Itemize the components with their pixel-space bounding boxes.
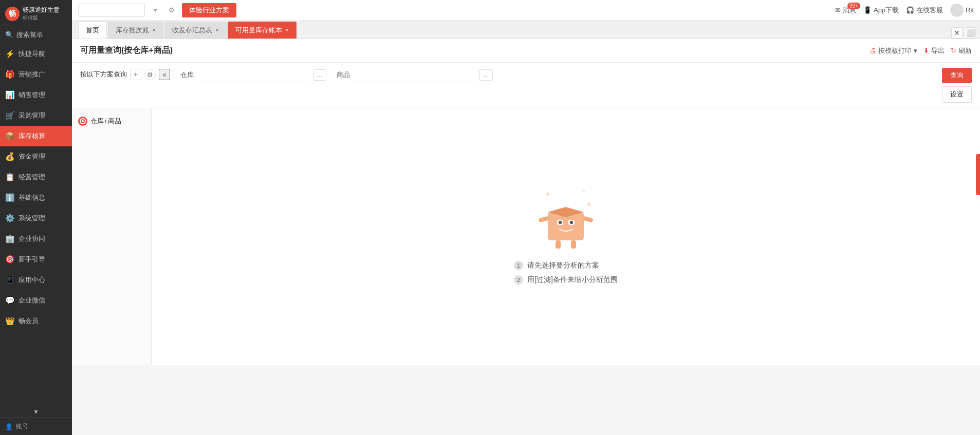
close-batch-account[interactable]: × [152, 27, 156, 34]
sidebar-item-finance[interactable]: 💰 资金管理 [0, 146, 72, 167]
svg-rect-11 [538, 216, 549, 223]
settings-button[interactable]: 设置 [942, 86, 972, 103]
tabbar: 首页 库存批次账 × 收发存汇总表 × 可用量库存账本 × ✕ ⬜ [72, 21, 980, 39]
topbar-actions: ✉ 消息 99+ 📱 App下载 🎧 在线客服 Rit [835, 4, 974, 17]
message-icon: ✉ [835, 6, 841, 14]
page-content: 可用量查询(按仓库+商品) 🖨 按模板打印 ▾ ⬇ 导出 ↻ 刷新 [72, 39, 980, 435]
step-num-1: 1 [514, 261, 523, 270]
sidebar-footer: 👤 账号 [0, 418, 72, 435]
newcomer-icon: 🎯 [5, 255, 14, 264]
warehouse-filter: 仓库 … [180, 68, 326, 82]
tab-batch-account[interactable]: 库存批次账 × [108, 22, 163, 39]
warehouse-label: 仓库 [180, 70, 194, 80]
product-input[interactable] [353, 68, 476, 82]
refresh-btn[interactable]: ↻ 刷新 [951, 46, 972, 55]
sidebar-item-quick-nav[interactable]: ⚡ 快捷导航 [0, 44, 72, 64]
member-icon: 👑 [5, 316, 14, 326]
step-num-2: 2 [514, 275, 523, 285]
sidebar-logo: 畅 畅康通好生意 标准版 [5, 6, 67, 22]
sidebar-item-enterprise-wechat[interactable]: 💬 企业微信 [0, 290, 72, 311]
sidebar-item-inventory[interactable]: 📦 库存核算 [0, 126, 72, 146]
query-button[interactable]: 查询 [942, 68, 972, 83]
enterprise-wechat-icon: 💬 [5, 296, 14, 305]
topbar-gear-btn[interactable]: ⚙ [165, 4, 178, 16]
sidebar-search-item[interactable]: 🔍 搜索菜单 [0, 26, 72, 44]
quick-nav-icon: ⚡ [5, 49, 14, 59]
tab-maximize-btn[interactable]: ⬜ [965, 27, 976, 39]
print-icon: 🖨 [870, 47, 876, 54]
empty-illustration [532, 184, 599, 251]
scheme-icon [78, 117, 87, 126]
print-template-btn[interactable]: 🖨 按模板打印 ▾ [870, 46, 917, 55]
sidebar-item-purchase[interactable]: 🛒 采购管理 [0, 105, 72, 126]
footer-text: 账号 [16, 422, 28, 431]
warehouse-more-btn[interactable]: … [313, 69, 326, 81]
sidebar-scroll-down[interactable]: ▼ [0, 406, 72, 418]
tab-home[interactable]: 首页 [78, 22, 107, 39]
search-icon: 🔍 [5, 31, 13, 39]
empty-state: 1 请先选择要分析的方案 2 用[过滤]条件来缩小分析范围 [152, 108, 980, 365]
topbar: ▾ ⚙ 体验行业方案 ✉ 消息 99+ 📱 App下载 🎧 在线客服 [72, 0, 980, 21]
product-more-btn[interactable]: … [479, 69, 493, 81]
topbar-search [78, 4, 145, 17]
sidebar-item-operations[interactable]: 📋 经营管理 [0, 167, 72, 187]
scheme-icon-inner [80, 118, 86, 124]
page-title: 可用量查询(按仓库+商品) [80, 45, 173, 56]
sidebar-item-app-center[interactable]: 📱 应用中心 [0, 270, 72, 290]
logo-icon: 畅 [5, 7, 20, 21]
basic-info-icon: ℹ️ [5, 193, 14, 202]
query-scheme-controls: 按以下方案查询 ＋ ⚙ « [80, 68, 170, 80]
svg-rect-10 [571, 240, 576, 249]
main-content: ▾ ⚙ 体验行业方案 ✉ 消息 99+ 📱 App下载 🎧 在线客服 [72, 0, 980, 435]
sidebar-item-sales[interactable]: 📊 销售管理 [0, 85, 72, 105]
scheme-warehouse-product[interactable]: 仓库+商品 [72, 112, 151, 130]
message-btn[interactable]: ✉ 消息 99+ [835, 6, 856, 15]
tab-collection-summary[interactable]: 收发存汇总表 × [164, 22, 227, 39]
close-available-ledger[interactable]: × [285, 27, 289, 34]
online-service-btn[interactable]: 🎧 在线客服 [906, 6, 943, 15]
tab-available-ledger[interactable]: 可用量库存账本 × [228, 22, 297, 39]
purchase-icon: 🛒 [5, 111, 14, 120]
sidebar: 畅 畅康通好生意 标准版 🔍 搜索菜单 ⚡ 快捷导航 🎁 营销推广 📊 [0, 0, 72, 435]
topbar-search-input[interactable] [78, 4, 145, 17]
user-avatar[interactable]: Rit [950, 4, 974, 17]
inventory-icon: 📦 [5, 131, 14, 141]
phone-icon: 📱 [863, 6, 872, 14]
svg-rect-12 [582, 216, 593, 223]
export-btn[interactable]: ⬇ 导出 [923, 46, 945, 55]
scheme-settings-btn[interactable]: ⚙ [144, 69, 156, 80]
sidebar-item-newcomer[interactable]: 🎯 新手引导 [0, 249, 72, 270]
app-download-btn[interactable]: 📱 App下载 [863, 6, 899, 15]
system-icon: ⚙️ [5, 214, 14, 223]
refresh-icon: ↻ [951, 47, 956, 54]
empty-step-1: 1 请先选择要分析的方案 [514, 261, 618, 270]
empty-steps: 1 请先选择要分析的方案 2 用[过滤]条件来缩小分析范围 [514, 261, 618, 290]
scroll-down-btn[interactable]: ▼ [33, 408, 39, 415]
collapse-btn[interactable]: « [159, 69, 170, 80]
username-label: Rit [966, 6, 974, 14]
sidebar-item-member[interactable]: 👑 畅会员 [0, 311, 72, 331]
add-scheme-btn[interactable]: ＋ [130, 69, 141, 80]
sidebar-item-system[interactable]: ⚙️ 系统管理 [0, 208, 72, 229]
warehouse-input[interactable] [197, 68, 310, 82]
svg-rect-8 [570, 221, 573, 224]
product-label: 商品 [337, 70, 350, 80]
marketing-icon: 🎁 [5, 70, 14, 79]
sidebar-item-enterprise[interactable]: 🏢 企业协同 [0, 229, 72, 249]
action-buttons: 查询 设置 [942, 68, 972, 103]
sidebar-item-marketing[interactable]: 🎁 营销推广 [0, 64, 72, 85]
svg-rect-7 [559, 221, 562, 224]
svg-point-0 [546, 193, 549, 196]
content-body: 仓库+商品 [72, 108, 980, 365]
print-dropdown-icon[interactable]: ▾ [914, 47, 917, 54]
operations-icon: 📋 [5, 173, 14, 182]
sidebar-item-basic-info[interactable]: ℹ️ 基础信息 [0, 187, 72, 208]
footer-icon: 👤 [5, 423, 13, 430]
topbar-dropdown-btn[interactable]: ▾ [149, 4, 161, 16]
trial-button[interactable]: 体验行业方案 [182, 3, 236, 17]
filter-row: 仓库 … 商品 … [180, 68, 934, 82]
headset-icon: 🎧 [906, 6, 914, 14]
close-collection-summary[interactable]: × [215, 27, 219, 34]
tab-close-all-btn[interactable]: ✕ [951, 27, 963, 39]
avatar [950, 4, 964, 17]
